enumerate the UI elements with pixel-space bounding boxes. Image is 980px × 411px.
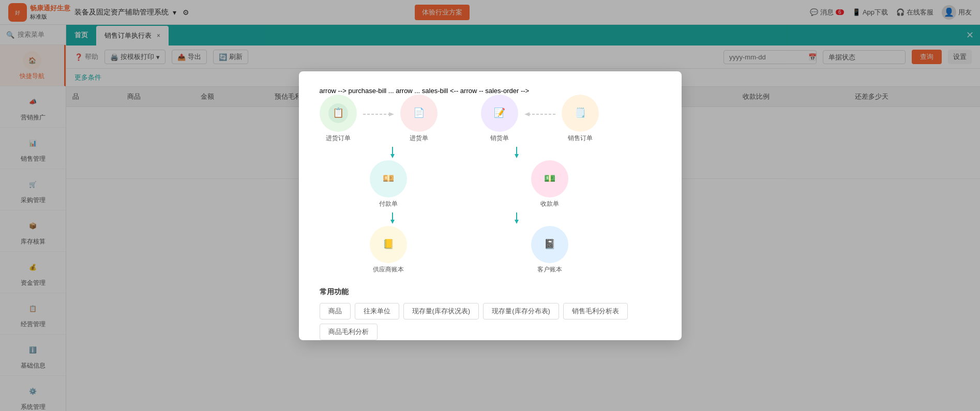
flow-row-1: 📋 进货订单 📄 进货单: [320, 95, 661, 143]
purchase-order-label: 进货订单: [326, 134, 351, 143]
modal-body: arrow --> purchase-bill ... arrow ... sa…: [299, 71, 682, 340]
node-receipt-bill[interactable]: 💵 收款单: [531, 160, 568, 208]
node-customer-ledger[interactable]: 📓 客户账本: [531, 226, 568, 274]
node-sales-bill[interactable]: 📝 销货单: [481, 95, 518, 143]
modal-overlay[interactable]: arrow --> purchase-bill ... arrow ... sa…: [0, 0, 980, 411]
flow-diagram-area: arrow --> purchase-bill ... arrow ... sa…: [320, 87, 661, 282]
purchase-bill-circle: 📄: [400, 95, 438, 132]
func-btn-stock-status[interactable]: 现存量(库存状况表): [403, 303, 479, 319]
sales-order-circle: 🗒️: [562, 95, 599, 132]
customer-ledger-label: 客户账本: [537, 265, 562, 274]
flow-modal: arrow --> purchase-bill ... arrow ... sa…: [299, 71, 682, 340]
payment-bill-circle: 💴: [370, 160, 407, 197]
arrow-down-sales: [514, 147, 520, 158]
node-purchase-order[interactable]: 📋 进货订单: [320, 95, 357, 143]
flow-arrows-down-row2: [320, 212, 661, 224]
svg-marker-17: [515, 154, 519, 158]
svg-marker-11: [524, 112, 530, 116]
svg-marker-15: [390, 154, 395, 158]
supplier-ledger-circle: 📒: [370, 226, 407, 263]
flow-row-2: 💴 付款单 💵 收款单: [320, 160, 661, 208]
svg-text:🗒️: 🗒️: [575, 107, 586, 118]
func-btn-partner[interactable]: 往来单位: [355, 303, 399, 319]
svg-marker-5: [389, 112, 394, 116]
payment-bill-label: 付款单: [379, 200, 398, 208]
svg-marker-23: [390, 220, 395, 224]
arrow-down-receipt: [514, 212, 520, 224]
func-btn-product[interactable]: 商品: [320, 303, 351, 319]
flow-arrows-down-row1: [320, 147, 661, 158]
func-btn-sales-profit[interactable]: 销售毛利分析表: [563, 303, 628, 319]
dashed-arrow-1: [363, 111, 394, 117]
svg-marker-25: [515, 220, 519, 224]
customer-ledger-circle: 📓: [531, 226, 568, 263]
purchase-bill-label: 进货单: [410, 134, 428, 143]
node-purchase-bill[interactable]: 📄 进货单: [400, 95, 438, 143]
common-functions-title: 常用功能: [320, 287, 661, 297]
func-btn-stock-dist[interactable]: 现存量(库存分布表): [483, 303, 559, 319]
node-sales-order[interactable]: 🗒️ 销售订单: [562, 95, 599, 143]
common-functions-section: 常用功能 商品 往来单位 现存量(库存状况表) 现存量(库存分布表) 销售毛利分…: [320, 287, 661, 340]
svg-text:📄: 📄: [413, 107, 425, 118]
purchase-order-circle: 📋: [320, 95, 357, 132]
node-supplier-ledger[interactable]: 📒 供应商账本: [370, 226, 407, 274]
arrow-down-payment: [389, 212, 396, 224]
flow-row-3: 📒 供应商账本 📓 客户账本: [320, 226, 661, 274]
sales-bill-circle: 📝: [481, 95, 518, 132]
svg-text:📋: 📋: [333, 107, 344, 118]
svg-text:📒: 📒: [383, 238, 395, 250]
sales-bill-label: 销货单: [490, 134, 509, 143]
svg-text:💴: 💴: [383, 173, 395, 184]
func-btn-product-profit[interactable]: 商品毛利分析: [320, 324, 378, 340]
function-buttons-group: 商品 往来单位 现存量(库存状况表) 现存量(库存分布表) 销售毛利分析表 商品…: [320, 303, 661, 340]
dashed-arrow-2: [524, 111, 555, 117]
supplier-ledger-label: 供应商账本: [373, 265, 404, 274]
arrow-down-purchase: [389, 147, 396, 158]
svg-text:📓: 📓: [544, 238, 556, 250]
svg-text:💵: 💵: [544, 173, 556, 184]
sales-order-label: 销售订单: [568, 134, 593, 143]
receipt-bill-circle: 💵: [531, 160, 568, 197]
node-payment-bill[interactable]: 💴 付款单: [370, 160, 407, 208]
svg-text:📝: 📝: [494, 107, 506, 118]
receipt-bill-label: 收款单: [540, 200, 559, 208]
